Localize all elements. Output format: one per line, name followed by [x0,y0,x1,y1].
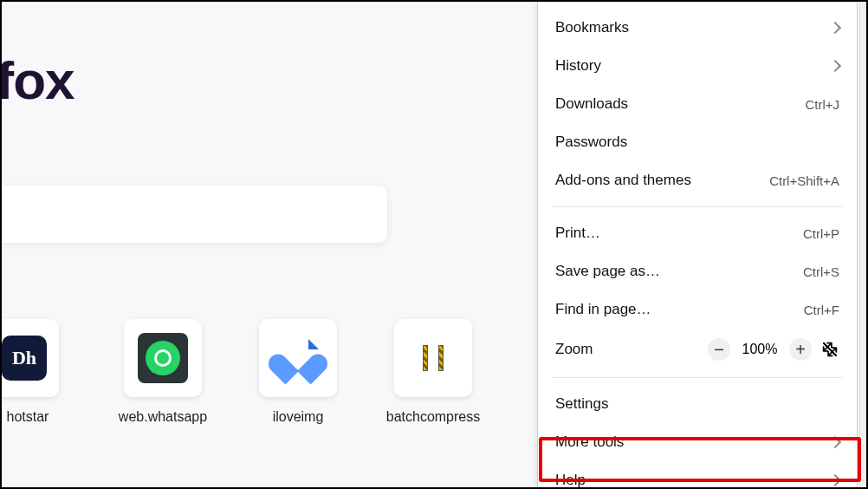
menu-label: More tools [555,434,624,451]
shortcut-tile: Dh [0,319,59,397]
shortcut-label: iloveimg [273,409,324,425]
menu-downloads[interactable]: Downloads Ctrl+J [538,85,857,123]
scrollbar-track[interactable] [859,2,866,487]
menu-print[interactable]: Print… Ctrl+P [538,214,857,252]
menu-shortcut: Ctrl+Shift+A [769,173,839,188]
compress-icon [423,345,444,371]
menu-find-in-page[interactable]: Find in page… Ctrl+F [538,290,857,329]
menu-history[interactable]: History [538,47,857,85]
shortcut-label: hotstar [7,409,49,425]
shortcut-iloveimg[interactable]: iloveimg [255,319,341,425]
menu-settings[interactable]: Settings [538,385,857,423]
shortcut-tile [394,319,472,397]
shortcut-tile [259,319,337,397]
chevron-right-icon [829,60,841,72]
menu-shortcut: Ctrl+J [805,97,839,112]
shortcut-whatsapp[interactable]: web.whatsapp [120,319,206,425]
menu-label: Bookmarks [555,19,629,36]
app-menu-panel: Bookmarks History Downloads Ctrl+J Passw… [537,2,858,489]
zoom-level: 100% [739,342,781,357]
chevron-right-icon [829,474,841,486]
menu-label: Passwords [555,134,627,151]
shortcut-hotstar[interactable]: Dh hotstar [0,319,71,425]
chevron-right-icon [829,436,841,448]
shortcut-label: web.whatsapp [119,409,207,425]
chevron-right-icon [829,22,841,34]
top-sites: Dh hotstar web.whatsapp iloveimg batchco… [0,319,476,425]
shortcut-label: batchcompress [386,409,481,425]
disney-hotstar-icon: Dh [2,336,47,381]
search-input[interactable] [0,186,387,243]
menu-label: Add-ons and themes [555,172,691,189]
menu-shortcut: Ctrl+P [803,226,839,241]
shortcut-batchcompress[interactable]: batchcompress [390,319,476,425]
zoom-in-button[interactable]: + [789,338,812,361]
menu-passwords[interactable]: Passwords [538,123,857,161]
menu-shortcut: Ctrl+F [804,303,839,317]
shortcut-tile [124,319,202,397]
menu-more-tools[interactable]: More tools [538,423,857,461]
menu-label: Zoom [555,341,593,358]
menu-label: Help [555,472,586,489]
menu-label: Settings [555,395,608,413]
menu-zoom: Zoom − 100% + [538,329,857,370]
menu-addons[interactable]: Add-ons and themes Ctrl+Shift+A [538,161,857,199]
menu-save-page[interactable]: Save page as… Ctrl+S [538,252,857,290]
whatsapp-icon [138,333,188,383]
menu-help[interactable]: Help [538,461,857,489]
menu-label: Find in page… [555,301,651,318]
menu-shortcut: Ctrl+S [803,264,839,279]
menu-label: Print… [555,225,600,242]
menu-label: Downloads [555,95,628,113]
menu-label: Save page as… [555,263,660,280]
fullscreen-icon[interactable] [820,340,839,359]
menu-bookmarks[interactable]: Bookmarks [538,9,857,47]
menu-label: History [555,57,601,75]
zoom-out-button[interactable]: − [708,338,730,361]
heart-icon [280,342,316,375]
firefox-wordmark: efox [0,49,74,111]
